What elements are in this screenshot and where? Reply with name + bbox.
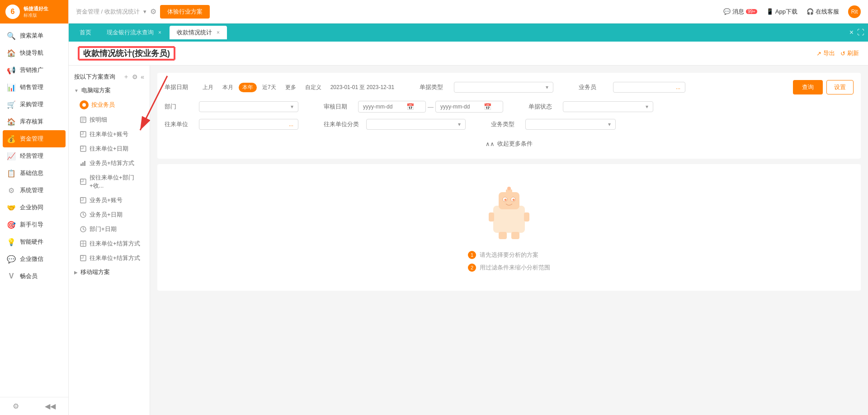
scheme-item-salesman-payment[interactable]: 业务员+结算方式 (69, 156, 150, 170)
sidebar-item-operations[interactable]: 📈 经营管理 (0, 147, 68, 165)
app-download-label: App下载 (775, 8, 797, 16)
manage-scheme-icon[interactable]: ⚙ (132, 73, 138, 80)
review-date-start-input[interactable]: 📅 (358, 101, 426, 113)
svg-line-21 (83, 229, 85, 230)
tab-bar: 首页 现金银行流水查询 × 收款情况统计 × × ⛶ (69, 24, 868, 42)
svg-rect-34 (524, 212, 529, 222)
settings-bottom-icon[interactable]: ⚙ (13, 402, 19, 410)
partner-category-arrow-icon: ▾ (458, 121, 461, 127)
desktop-schemes-header[interactable]: ▼ 电脑端方案 (69, 84, 150, 97)
sidebar-item-search[interactable]: 🔍 搜索菜单 (0, 27, 68, 44)
collapse-panel-icon[interactable]: « (141, 73, 144, 80)
scheme-item-salesman-date[interactable]: 业务员+日期 (69, 208, 150, 222)
scheme-item-salesman[interactable]: 按业务员 (69, 97, 150, 113)
doc-status-arrow-icon: ▾ (646, 104, 648, 110)
salesman-more-icon[interactable]: ... (676, 84, 680, 90)
empty-step-2: 2 用过滤条件来缩小分析范围 (468, 264, 550, 272)
sidebar-item-basic-info[interactable]: 📋 基础信息 (0, 165, 68, 182)
partner-category-select[interactable]: ▾ (366, 119, 466, 130)
date-tab-this-year[interactable]: 本年 (239, 83, 257, 92)
salesman-select[interactable]: ... (613, 82, 685, 93)
logo-char: 6 (11, 8, 15, 16)
sidebar-item-inventory[interactable]: 🏠 库存核算 (0, 113, 68, 130)
doc-type-select[interactable]: ▾ (454, 82, 553, 93)
finance-icon: 💰 (7, 135, 15, 143)
review-date-end-input[interactable]: 📅 (435, 101, 503, 113)
doc-status-select[interactable]: ▾ (563, 101, 653, 112)
sidebar-item-hardware[interactable]: 💡 智能硬件 (0, 233, 68, 250)
scheme-item-salesman-account[interactable]: 业务员+账号 (69, 193, 150, 208)
add-scheme-icon[interactable]: ＋ (123, 73, 129, 81)
sidebar-item-collaboration[interactable]: 🤝 企业协同 (0, 199, 68, 216)
tab-home[interactable]: 首页 (72, 26, 99, 39)
sidebar-item-guide[interactable]: 🎯 新手引导 (0, 216, 68, 233)
calendar-start-icon[interactable]: 📅 (406, 103, 414, 110)
scheme-label: 业务员+结算方式 (90, 159, 134, 167)
sidebar-item-finance[interactable]: 💰 资金管理 (3, 130, 66, 147)
app-download-action[interactable]: 📱 App下载 (766, 8, 797, 16)
dept-select[interactable]: ▾ (199, 101, 298, 112)
tab-expand-icon[interactable]: ⛶ (857, 28, 864, 37)
sidebar-item-wechat[interactable]: 💬 企业微信 (0, 250, 68, 268)
tab-receipt-stats[interactable]: 收款情况统计 × (170, 26, 227, 39)
online-service-action[interactable]: 🎧 在线客服 (807, 8, 839, 16)
sidebar-item-membership[interactable]: V 畅会员 (0, 268, 68, 285)
sidebar-item-label: 基础信息 (20, 169, 43, 177)
mobile-schemes-header[interactable]: ▶ 移动端方案 (69, 265, 150, 279)
partner-select[interactable]: ... (199, 119, 298, 130)
tab-bank-flow-close-icon[interactable]: × (158, 29, 161, 36)
page-title-bar: 收款情况统计(按业务员) ↗ 导出 ↺ 刷新 (69, 42, 868, 66)
operations-icon: 📈 (7, 152, 15, 160)
sidebar-item-sales[interactable]: 📊 销售管理 (0, 79, 68, 96)
page-title-highlight: 收款情况统计(按业务员) (78, 47, 175, 60)
doc-type-arrow-icon: ▾ (546, 84, 548, 90)
refresh-button[interactable]: ↺ 刷新 (840, 49, 859, 57)
date-tab-this-month[interactable]: 本月 (219, 83, 237, 92)
scheme-item-partner-dept[interactable]: 按往来单位+部门+收... (69, 170, 150, 193)
user-avatar[interactable]: Rit (848, 5, 861, 18)
tab-bank-flow[interactable]: 现金银行流水查询 × (99, 26, 169, 39)
sidebar-item-label: 库存核算 (20, 118, 43, 126)
sidebar-item-purchase[interactable]: 🛒 采购管理 (0, 96, 68, 113)
wechat-icon: 💬 (7, 255, 15, 263)
collapse-sidebar-icon[interactable]: ◀◀ (45, 402, 56, 410)
scheme-item-partner-payment2[interactable]: 往来单位+结算方式 (69, 251, 150, 265)
tab-close-all-icon[interactable]: × (849, 28, 854, 37)
logo-text: 畅捷通好生 标准版 (24, 5, 48, 19)
sidebar-item-marketing[interactable]: 📢 营销推广 (0, 61, 68, 79)
user-initials: Rit (851, 9, 858, 15)
trial-button[interactable]: 体验行业方案 (160, 5, 210, 19)
message-badge: 99+ (746, 9, 757, 14)
review-date-start-field[interactable] (363, 104, 404, 110)
date-tab-custom[interactable]: 自定义 (302, 83, 325, 92)
filter-row-2: 部门 ▾ 审核日期 📅 — (165, 101, 854, 113)
scheme-item-dept-date[interactable]: 部门+日期 (69, 222, 150, 236)
date-tab-more[interactable]: 更多 (282, 83, 300, 92)
review-date-end-field[interactable] (440, 104, 481, 110)
filter-row-1: 单据日期 上月 本月 本年 近7天 更多 自定义 2023-01-01 至 20… (165, 80, 854, 94)
tab-receipt-stats-label: 收款情况统计 (177, 28, 212, 37)
sidebar-item-label: 采购管理 (20, 100, 43, 108)
collapse-bar[interactable]: ∧∧ 收起更多条件 (165, 136, 854, 151)
settings-button[interactable]: 设置 (826, 80, 854, 94)
headset-icon: 🎧 (807, 8, 814, 15)
calendar-end-icon[interactable]: 📅 (484, 103, 491, 110)
date-tab-last-month[interactable]: 上月 (199, 83, 217, 92)
tab-receipt-stats-close-icon[interactable]: × (217, 29, 220, 36)
business-type-select[interactable]: ▾ (525, 119, 616, 130)
grid2-icon (80, 240, 87, 247)
breadcrumb-chevron-icon[interactable]: ▾ (143, 8, 146, 15)
scheme-item-detail[interactable]: 按明细 (69, 113, 150, 127)
collaboration-icon: 🤝 (7, 203, 15, 212)
settings-gear-icon[interactable]: ⚙ (150, 7, 156, 16)
query-button[interactable]: 查询 (793, 80, 823, 94)
export-button[interactable]: ↗ 导出 (816, 49, 835, 57)
sidebar-item-system[interactable]: ⚙ 系统管理 (0, 182, 68, 199)
date-tab-7days[interactable]: 近7天 (259, 83, 280, 92)
scheme-item-partner-payment1[interactable]: 往来单位+结算方式 (69, 236, 150, 251)
messages-action[interactable]: 💬 消息 99+ (723, 8, 757, 16)
sidebar-item-quicknav[interactable]: 🏠 快捷导航 (0, 44, 68, 61)
partner-more-icon[interactable]: ... (289, 121, 293, 127)
scheme-item-partner-date[interactable]: 往来单位+日期 (69, 141, 150, 156)
scheme-item-partner-account[interactable]: 往来单位+账号 (69, 127, 150, 141)
